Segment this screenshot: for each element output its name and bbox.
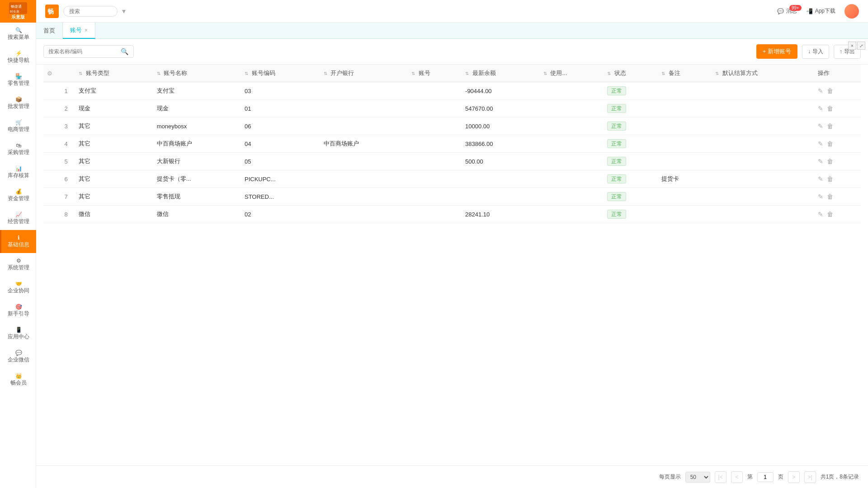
- row-status: 正常: [604, 188, 658, 206]
- topbar-dropdown-icon[interactable]: ▾: [122, 7, 126, 15]
- sidebar-item-enterprise-agreement[interactable]: 🤝 企业协同: [0, 276, 36, 299]
- type-col-header[interactable]: ⇅ 账号类型: [75, 65, 153, 82]
- delete-button[interactable]: 🗑: [827, 87, 833, 94]
- row-status: 正常: [604, 135, 658, 153]
- sidebar-item-label: 批发管理: [4, 103, 34, 110]
- prev-page-button[interactable]: <: [731, 471, 743, 483]
- edit-button[interactable]: ✎: [818, 87, 823, 94]
- search-input[interactable]: [48, 48, 121, 55]
- delete-button[interactable]: 🗑: [827, 105, 833, 112]
- delete-button[interactable]: 🗑: [827, 140, 833, 147]
- sidebar-item-label: 系统管理: [4, 264, 34, 272]
- delete-button[interactable]: 🗑: [827, 158, 833, 165]
- tab-bar: 首页 账号 ×: [36, 23, 868, 39]
- sidebar-item-basic-info[interactable]: ℹ 基础信息: [0, 230, 36, 253]
- edit-button[interactable]: ✎: [818, 175, 823, 183]
- sidebar-item-newbie-guide[interactable]: 🎯 新手引导: [0, 299, 36, 322]
- account-col-header[interactable]: ⇅ 账号: [408, 65, 462, 82]
- tab-account-close[interactable]: ×: [85, 27, 88, 33]
- row-status: 正常: [604, 170, 658, 188]
- row-actions: ✎ 🗑: [814, 206, 861, 223]
- usage-sort-icon: ⇅: [543, 71, 547, 76]
- delete-button[interactable]: 🗑: [827, 193, 833, 200]
- search-icon[interactable]: 🔍: [121, 48, 128, 55]
- delete-button[interactable]: 🗑: [827, 211, 833, 218]
- sidebar-item-business-mgmt[interactable]: 📈 经营管理: [0, 207, 36, 230]
- bank-col-header[interactable]: ⇅ 开户银行: [320, 65, 408, 82]
- row-usage: [540, 135, 604, 153]
- sidebar-item-ecommerce-mgmt[interactable]: 🛒 电商管理: [0, 115, 36, 138]
- row-code: 02: [241, 206, 320, 223]
- last-page-button[interactable]: >|: [804, 471, 816, 483]
- sidebar-item-system-mgmt[interactable]: ⚙ 系统管理: [0, 253, 36, 276]
- row-code: 04: [241, 135, 320, 153]
- sidebar-item-enterprise-wechat[interactable]: 💬 企业微信: [0, 345, 36, 368]
- status-col-header[interactable]: ⇅ 状态: [604, 65, 658, 82]
- code-col-header[interactable]: ⇅ 账号编码: [241, 65, 320, 82]
- sidebar-item-search-menu[interactable]: 🔍 搜索菜单: [0, 23, 36, 46]
- message-badge: 99+: [789, 5, 802, 11]
- row-name: 现金: [153, 100, 241, 117]
- window-close-btn[interactable]: ×: [848, 42, 856, 50]
- default-payment-col-header[interactable]: ⇅ 默认结算方式: [712, 65, 814, 82]
- row-actions: ✎ 🗑: [814, 82, 861, 100]
- row-num: 6: [57, 170, 75, 188]
- per-page-select[interactable]: 50 100 200: [685, 472, 710, 483]
- sidebar-item-quick-nav[interactable]: ⚡ 快捷导航: [0, 46, 36, 69]
- window-controls: × ⤢: [845, 39, 868, 52]
- retail-icon: 🏪: [4, 73, 34, 80]
- balance-col-header[interactable]: ⇅ 最新余额: [462, 65, 540, 82]
- row-remark: [658, 100, 712, 117]
- remark-col-header[interactable]: ⇅ 备注: [658, 65, 712, 82]
- row-gear: [43, 100, 57, 117]
- sidebar-item-retail-mgmt[interactable]: 🏪 零售管理: [0, 69, 36, 92]
- row-bank: [320, 206, 408, 223]
- sidebar-item-wholesale-mgmt[interactable]: 📦 批发管理: [0, 92, 36, 115]
- table-row: 7 其它 零售抵现 STORED... 正常 ✎ 🗑: [43, 188, 861, 206]
- sidebar-item-inventory[interactable]: 📊 库存核算: [0, 161, 36, 184]
- row-usage: [540, 170, 604, 188]
- edit-button[interactable]: ✎: [818, 140, 823, 147]
- sidebar-item-finance-mgmt[interactable]: 💰 资金管理: [0, 184, 36, 207]
- gear-settings-icon[interactable]: ⚙: [47, 70, 52, 77]
- edit-button[interactable]: ✎: [818, 211, 823, 218]
- sidebar-item-purchase-mgmt[interactable]: 🛍 采购管理: [0, 138, 36, 161]
- edit-button[interactable]: ✎: [818, 158, 823, 165]
- topbar-search-input[interactable]: [63, 6, 118, 17]
- basic-info-icon: ℹ: [4, 235, 34, 241]
- import-button[interactable]: ↓ 导入: [802, 45, 829, 59]
- add-account-button[interactable]: + 新增账号: [756, 44, 797, 59]
- next-page-button[interactable]: >: [788, 471, 800, 483]
- usage-col-header[interactable]: ⇅ 使用...: [540, 65, 604, 82]
- status-badge: 正常: [607, 104, 626, 113]
- page-content: × ⤢ 🔍 + 新增账号 ↓ 导入 ↑ 导出: [36, 39, 868, 488]
- row-balance: [462, 170, 540, 188]
- default-payment-sort-icon: ⇅: [715, 71, 719, 76]
- page-input[interactable]: [757, 472, 774, 482]
- app-download-button[interactable]: 📲 App下载: [806, 7, 835, 15]
- user-avatar[interactable]: [844, 4, 859, 19]
- page-label: 第: [747, 473, 753, 481]
- row-gear: [43, 117, 57, 135]
- delete-button[interactable]: 🗑: [827, 122, 833, 130]
- tab-account[interactable]: 账号 ×: [63, 23, 95, 39]
- import-icon: ↓: [808, 48, 811, 55]
- first-page-button[interactable]: |<: [715, 471, 726, 483]
- sidebar-item-app-center[interactable]: 📱 应用中心: [0, 322, 36, 345]
- row-usage: [540, 117, 604, 135]
- tab-home[interactable]: 首页: [36, 23, 63, 39]
- message-button[interactable]: 💬 消息 99+: [777, 7, 797, 15]
- sidebar-item-membership[interactable]: 👑 畅会员: [0, 368, 36, 391]
- name-col-header[interactable]: ⇅ 账号名称: [153, 65, 241, 82]
- table-row: 3 其它 moneybosx 06 10000.00 正常 ✎ 🗑: [43, 117, 861, 135]
- row-code: 01: [241, 100, 320, 117]
- table-row: 1 支付宝 支付宝 03 -90444.00 正常 ✎ 🗑: [43, 82, 861, 100]
- edit-button[interactable]: ✎: [818, 193, 823, 200]
- delete-button[interactable]: 🗑: [827, 175, 833, 183]
- row-bank: [320, 188, 408, 206]
- edit-button[interactable]: ✎: [818, 105, 823, 112]
- row-balance: -90444.00: [462, 82, 540, 100]
- window-maximize-btn[interactable]: ⤢: [857, 42, 865, 50]
- sidebar-item-label: 畅会员: [4, 379, 34, 387]
- edit-button[interactable]: ✎: [818, 122, 823, 130]
